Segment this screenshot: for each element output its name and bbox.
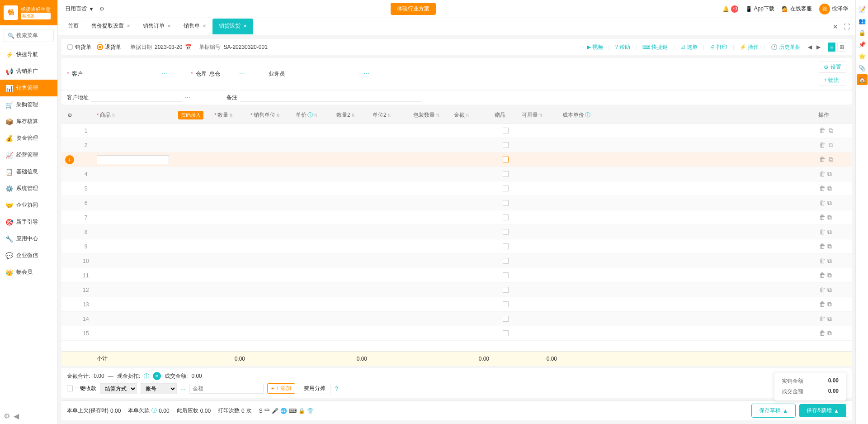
delete-row-9-icon[interactable]: 🗑: [818, 242, 826, 251]
payment-checkbox[interactable]: [67, 386, 73, 391]
payment-checkbox-label[interactable]: 一键收款: [67, 385, 96, 392]
delete-row-6-icon[interactable]: 🗑: [818, 198, 826, 207]
sidebar-item-app-center[interactable]: 🔧 应用中心: [0, 230, 57, 247]
gift-checkbox-8[interactable]: [503, 229, 509, 235]
gift-checkbox-10[interactable]: [503, 258, 509, 264]
copy-row-15-icon[interactable]: ⧉: [826, 329, 833, 338]
sidebar-item-marketing[interactable]: 📢 营销推广: [0, 63, 57, 80]
right-sidebar-users-icon[interactable]: 👥: [857, 15, 868, 26]
collapse-icon[interactable]: ◀: [14, 412, 19, 420]
sidebar-item-capital[interactable]: 💰 资金管理: [0, 130, 57, 147]
sidebar-item-enterprise[interactable]: 🤝 企业协同: [0, 197, 57, 214]
search-menu-button[interactable]: 🔍 搜索菜单: [4, 29, 54, 42]
daily-goods-selector[interactable]: 日用百货 ▼: [65, 5, 94, 13]
add-expense-button[interactable]: + + 添加: [267, 383, 295, 394]
delete-row-8-icon[interactable]: 🗑: [818, 227, 826, 236]
tab-sales-return[interactable]: 销货退货 ✕: [212, 19, 253, 34]
tab-close-icon[interactable]: ✕: [203, 24, 206, 29]
gift-checkbox-12[interactable]: [503, 287, 509, 293]
radio-delivery[interactable]: 销货单: [67, 43, 91, 51]
delete-row-2-icon[interactable]: 🗑: [818, 140, 826, 149]
copy-row-4-icon[interactable]: ⧉: [826, 169, 833, 178]
settings-form-btn[interactable]: ⚙ 设置: [819, 62, 846, 73]
settings-bottom-icon[interactable]: ⚙: [4, 412, 10, 420]
select-btn[interactable]: ☑ 选单: [680, 43, 698, 51]
history-btn[interactable]: 🕐 历史单据: [771, 43, 801, 51]
account-dots[interactable]: ···: [180, 385, 186, 392]
app-download-btn[interactable]: 📱 App下载: [745, 5, 774, 13]
delete-row-1-icon[interactable]: 🗑: [818, 126, 826, 135]
amount-input[interactable]: [189, 384, 264, 394]
add-row-button[interactable]: +: [65, 155, 74, 164]
radio-return[interactable]: 退货单: [97, 43, 121, 51]
print-btn[interactable]: 🖨 打印: [710, 43, 727, 51]
cost-info-icon[interactable]: ⓘ: [585, 111, 590, 119]
delete-row-4-icon[interactable]: 🗑: [818, 169, 826, 178]
sidebar-item-purchase[interactable]: 🛒 采购管理: [0, 96, 57, 113]
delete-row-active-icon[interactable]: 🗑: [818, 155, 826, 164]
pack-qty-sort-icon[interactable]: ⇅: [436, 113, 439, 118]
gift-checkbox-active[interactable]: [503, 157, 509, 162]
tab-price-setting[interactable]: 售价提取设置 ✕: [85, 19, 137, 34]
copy-row-9-icon[interactable]: ⧉: [826, 242, 833, 251]
delete-row-10-icon[interactable]: 🗑: [818, 256, 826, 265]
unit2-sort-icon[interactable]: ⇅: [387, 113, 391, 118]
sidebar-item-system[interactable]: ⚙️ 系统管理: [0, 180, 57, 197]
tab-close-icon[interactable]: ✕: [167, 24, 171, 29]
notification-btn[interactable]: 🔔 70: [722, 5, 738, 13]
customer-select-dots[interactable]: ···: [161, 70, 167, 78]
copy-row-14-icon[interactable]: ⧉: [826, 314, 833, 323]
online-service-btn[interactable]: 💁 在线客服: [782, 5, 812, 13]
list-view-btn[interactable]: ≡: [828, 43, 835, 52]
right-sidebar-lock-icon[interactable]: 🔒: [857, 27, 868, 38]
copy-row-1-icon[interactable]: ⧉: [828, 126, 834, 135]
tab-close-all-icon[interactable]: ✕: [831, 22, 840, 31]
gift-checkbox-14[interactable]: [503, 316, 509, 322]
right-sidebar-notes-icon[interactable]: 📝: [857, 4, 868, 14]
copy-row-7-icon[interactable]: ⧉: [826, 213, 833, 222]
operate-btn[interactable]: ⚡ 操作: [740, 43, 759, 51]
copy-row-8-icon[interactable]: ⧉: [826, 227, 833, 236]
tab-active-close-icon[interactable]: ✕: [243, 24, 247, 29]
gift-checkbox-6[interactable]: [503, 200, 509, 206]
gift-checkbox-4[interactable]: [503, 171, 509, 177]
calendar-icon[interactable]: 📅: [185, 44, 192, 50]
price-sort-icon[interactable]: ⇅: [314, 113, 317, 118]
settlement-select[interactable]: 结算方式: [100, 383, 137, 394]
delete-row-14-icon[interactable]: 🗑: [818, 314, 826, 323]
delete-row-11-icon[interactable]: 🗑: [818, 271, 826, 280]
copy-row-active-icon[interactable]: ⧉: [828, 155, 834, 164]
current-debt-info[interactable]: ⓘ: [151, 407, 157, 414]
delete-row-12-icon[interactable]: 🗑: [818, 285, 826, 294]
logistics-form-btn[interactable]: + 物流: [819, 75, 846, 86]
warehouse-select-dots[interactable]: ···: [239, 70, 245, 78]
sidebar-item-wechat[interactable]: 💬 企业微信: [0, 247, 57, 264]
delete-row-15-icon[interactable]: 🗑: [818, 329, 826, 338]
qty2-sort-icon[interactable]: ⇅: [351, 113, 355, 118]
cash-discount-info-icon[interactable]: ⓘ: [144, 372, 149, 380]
address-dots[interactable]: ···: [184, 94, 190, 102]
sidebar-item-quick-nav[interactable]: ⚡ 快捷导航: [0, 46, 57, 63]
copy-row-10-icon[interactable]: ⧉: [826, 256, 833, 265]
tab-sales-order[interactable]: 销售订单 ✕: [137, 19, 177, 34]
gift-checkbox-15[interactable]: [503, 330, 509, 336]
amount-sort-icon[interactable]: ⇅: [466, 113, 469, 118]
tab-close-icon[interactable]: ✕: [127, 24, 130, 29]
staff-select-dots[interactable]: ···: [363, 70, 369, 78]
sidebar-item-inventory[interactable]: 📦 库存核算: [0, 113, 57, 130]
next-arrow[interactable]: ▶: [815, 43, 822, 51]
sidebar-item-member[interactable]: 👑 畅会员: [0, 264, 57, 281]
qty-sort-icon[interactable]: ⇅: [229, 113, 233, 118]
gift-checkbox-2[interactable]: [503, 142, 509, 148]
sidebar-item-basic[interactable]: 📋 基础信息: [0, 163, 57, 180]
save-draft-button[interactable]: 保存草稿 ▲: [751, 404, 796, 418]
copy-row-13-icon[interactable]: ⧉: [826, 300, 833, 309]
customer-input[interactable]: [85, 70, 159, 78]
gift-checkbox-5[interactable]: [503, 186, 509, 191]
product-sort-icon[interactable]: ⇅: [112, 113, 115, 118]
experience-button[interactable]: 体验行业方案: [391, 3, 436, 15]
settings-gear-icon[interactable]: ⚙: [99, 6, 104, 12]
delete-row-7-icon[interactable]: 🗑: [818, 213, 826, 222]
calc-button[interactable]: =: [153, 372, 161, 380]
right-sidebar-star-icon[interactable]: ⭐: [857, 51, 868, 62]
